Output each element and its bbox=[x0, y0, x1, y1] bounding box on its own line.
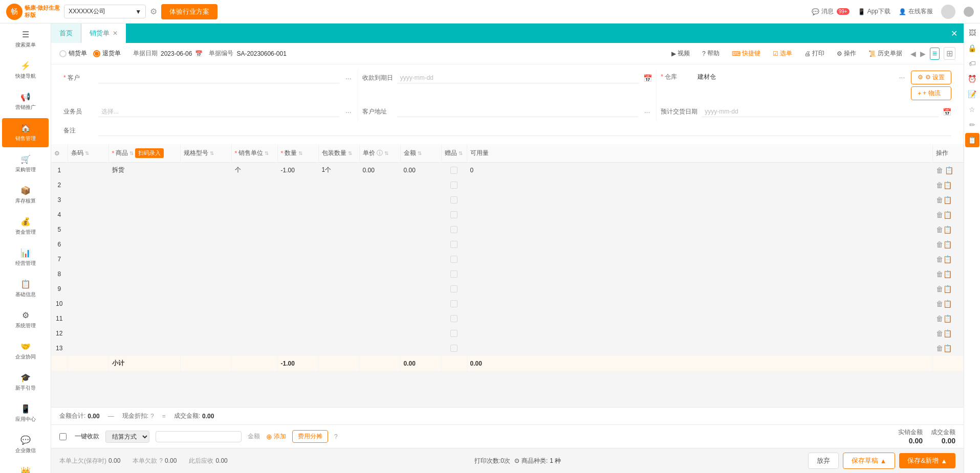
gift-checkbox-8[interactable] bbox=[450, 271, 458, 278]
sidebar-item-marketing[interactable]: 📢 营销推广 bbox=[2, 87, 49, 116]
tab-sales-order[interactable]: 销货单 ✕ bbox=[81, 24, 126, 43]
gift-checkbox-6[interactable] bbox=[450, 241, 458, 248]
avatar[interactable] bbox=[941, 5, 955, 19]
sidebar-item-guide[interactable]: 🎓 新手引导 bbox=[2, 368, 49, 397]
copy-row-7-icon[interactable]: 📋 bbox=[943, 255, 952, 263]
delete-row-7-icon[interactable]: 🗑 bbox=[936, 255, 943, 263]
expense-info-icon[interactable]: ? bbox=[334, 433, 338, 440]
price-sort-icon[interactable]: ⇅ bbox=[384, 150, 388, 156]
delete-row-9-icon[interactable]: 🗑 bbox=[936, 285, 943, 293]
shortcut-button[interactable]: ⌨ 快捷键 bbox=[728, 48, 765, 59]
discard-button[interactable]: 放弃 bbox=[808, 453, 839, 469]
setting-button[interactable]: ⚙ ⚙ 设置 bbox=[911, 71, 951, 84]
copy-row-3-icon[interactable]: 📋 bbox=[943, 196, 952, 204]
unit-sort-icon[interactable]: ⇅ bbox=[265, 150, 269, 156]
copy-row-13-icon[interactable]: 📋 bbox=[943, 344, 952, 352]
flow-button[interactable]: + + 物流 bbox=[911, 86, 951, 100]
right-panel-lock[interactable]: 🔒 bbox=[965, 41, 979, 55]
delete-row-1-icon[interactable]: 🗑 bbox=[936, 166, 943, 174]
add-payment-button[interactable]: ⊕ 添加 bbox=[266, 432, 286, 441]
gift-checkbox-12[interactable] bbox=[450, 330, 458, 337]
gift-checkbox-3[interactable] bbox=[450, 196, 458, 204]
sidebar-item-vip[interactable]: 👑 畅会员 bbox=[2, 461, 49, 473]
settings-gear-icon[interactable]: ⚙ bbox=[150, 7, 157, 16]
help-button[interactable]: ? 帮助 bbox=[698, 48, 724, 59]
gift-checkbox-4[interactable] bbox=[450, 211, 458, 218]
close-icon[interactable]: ✕ bbox=[951, 29, 957, 38]
customer-input[interactable] bbox=[98, 73, 339, 83]
delete-row-4-icon[interactable]: 🗑 bbox=[936, 211, 943, 219]
delivery-input[interactable] bbox=[702, 106, 939, 117]
receipt-date-input[interactable] bbox=[397, 73, 640, 83]
delete-row-5-icon[interactable]: 🗑 bbox=[936, 226, 943, 234]
history-button[interactable]: 📜 历史单据 bbox=[864, 48, 906, 59]
receipt-calendar-icon[interactable]: 📅 bbox=[643, 74, 652, 82]
copy-row-6-icon[interactable]: 📋 bbox=[943, 240, 952, 249]
sidebar-item-system[interactable]: ⚙ 系统管理 bbox=[2, 305, 49, 334]
delete-row-10-icon[interactable]: 🗑 bbox=[936, 300, 943, 308]
select-button[interactable]: ☑ 选单 bbox=[769, 48, 796, 59]
delete-row-6-icon[interactable]: 🗑 bbox=[936, 240, 943, 249]
gift-checkbox-13[interactable] bbox=[450, 345, 458, 352]
gift-checkbox-5[interactable] bbox=[450, 226, 458, 233]
cell-pack-qty-1[interactable]: 1个 bbox=[318, 163, 359, 178]
message-button[interactable]: 💬 消息 99+ bbox=[812, 7, 850, 16]
copy-row-9-icon[interactable]: 📋 bbox=[943, 285, 952, 293]
sidebar-item-inventory[interactable]: 📦 库存核算 bbox=[2, 181, 49, 210]
salesperson-input[interactable] bbox=[98, 106, 339, 117]
sidebar-item-search[interactable]: ☰ 搜索菜单 bbox=[2, 25, 49, 54]
radio-sales[interactable]: 销货单 bbox=[59, 49, 87, 58]
sidebar-item-finance[interactable]: 💰 资金管理 bbox=[2, 212, 49, 241]
copy-row-8-icon[interactable]: 📋 bbox=[943, 270, 952, 278]
copy-row-1-icon[interactable]: 📋 bbox=[945, 166, 953, 174]
cell-spec-1[interactable] bbox=[180, 163, 231, 178]
print-button[interactable]: 🖨 打印 bbox=[800, 48, 829, 59]
cell-price-1[interactable]: 0.00 bbox=[359, 163, 400, 178]
draft-button[interactable]: 保存草稿 ▲ bbox=[843, 453, 896, 469]
copy-row-5-icon[interactable]: 📋 bbox=[943, 226, 952, 234]
barcode-sort-icon[interactable]: ⇅ bbox=[85, 150, 89, 156]
gift-checkbox-10[interactable] bbox=[450, 300, 458, 307]
price-info-icon[interactable]: ⓘ bbox=[377, 149, 383, 157]
payment-method-select[interactable]: 结算方式 bbox=[105, 431, 149, 443]
online-service-button[interactable]: 👤 在线客服 bbox=[899, 7, 933, 16]
sidebar-item-wechat[interactable]: 💬 企业微信 bbox=[2, 430, 49, 459]
customer-ellipsis[interactable]: ··· bbox=[343, 74, 354, 82]
right-panel-active[interactable]: 📋 bbox=[965, 133, 979, 147]
cell-quantity-1[interactable]: -1.00 bbox=[277, 163, 318, 178]
app-download-button[interactable]: 📱 App下载 bbox=[858, 7, 890, 16]
right-panel-edit[interactable]: ✏ bbox=[965, 118, 979, 132]
qty-sort-icon[interactable]: ⇅ bbox=[298, 150, 302, 156]
trial-button[interactable]: 体验行业方案 bbox=[161, 4, 217, 19]
right-panel-note[interactable]: 📝 bbox=[965, 87, 979, 101]
calendar-icon[interactable]: 📅 bbox=[195, 50, 203, 57]
gift-checkbox-7[interactable] bbox=[450, 256, 458, 263]
next-icon[interactable]: ▶ bbox=[920, 50, 926, 58]
company-selector[interactable]: XXXXXX公司 ▼ bbox=[64, 5, 146, 18]
right-panel-image[interactable]: 🖼 bbox=[965, 26, 979, 40]
gift-sort-icon[interactable]: ⇅ bbox=[459, 150, 463, 156]
gift-checkbox-2[interactable] bbox=[450, 182, 458, 189]
list-view-icon[interactable]: ≡ bbox=[930, 48, 940, 60]
save-new-button[interactable]: 保存&新增 ▲ bbox=[899, 453, 955, 468]
copy-row-11-icon[interactable]: 📋 bbox=[943, 314, 952, 323]
sidebar-item-appstore[interactable]: 📱 应用中心 bbox=[2, 399, 49, 428]
avatar2[interactable] bbox=[964, 7, 974, 17]
right-panel-tag[interactable]: 🏷 bbox=[965, 56, 979, 71]
sidebar-item-basics[interactable]: 📋 基础信息 bbox=[2, 274, 49, 303]
delivery-calendar-icon[interactable]: 📅 bbox=[943, 108, 951, 116]
radio-return[interactable]: 退货单 bbox=[93, 49, 121, 58]
sidebar-item-sales[interactable]: 🏠 销售管理 bbox=[2, 118, 49, 147]
sidebar-item-quicknav[interactable]: ⚡ 快捷导航 bbox=[2, 56, 49, 85]
cell-barcode-1[interactable] bbox=[68, 163, 108, 178]
amount-sort-icon[interactable]: ⇅ bbox=[418, 150, 422, 156]
cell-gift-1[interactable] bbox=[441, 163, 467, 178]
tab-bar-close[interactable]: ✕ bbox=[951, 29, 964, 38]
warehouse-ellipsis[interactable]: ··· bbox=[897, 73, 907, 81]
tab-close-icon[interactable]: ✕ bbox=[113, 30, 118, 37]
expense-button[interactable]: 费用分摊 bbox=[292, 430, 328, 443]
sidebar-item-purchase[interactable]: 🛒 采购管理 bbox=[2, 149, 49, 178]
scan-button[interactable]: 扫码录入 bbox=[135, 148, 164, 158]
right-panel-clock[interactable]: ⏰ bbox=[965, 72, 979, 86]
video-button[interactable]: ▶ 视频 bbox=[667, 48, 694, 59]
